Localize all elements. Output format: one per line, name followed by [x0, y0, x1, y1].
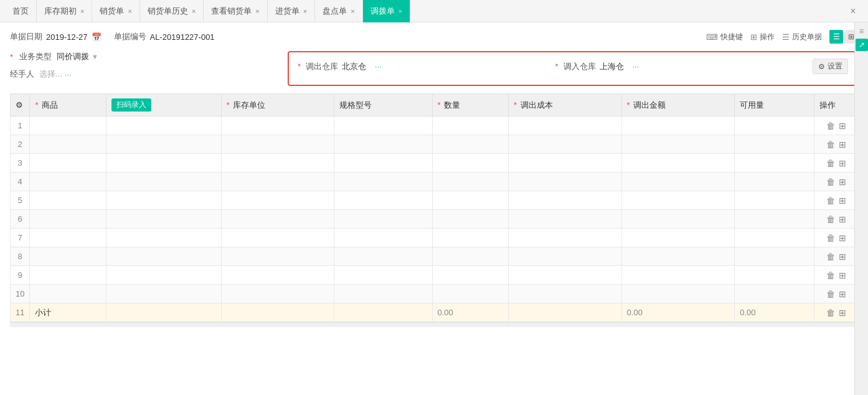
delete-row-icon[interactable]: 🗑 — [826, 214, 835, 224]
cell-spec-10[interactable] — [334, 285, 432, 303]
tab-inventory-check[interactable]: 盘点单 × — [315, 0, 362, 22]
side-export-icon[interactable]: ↗ — [856, 39, 868, 51]
tab-close-view-sales[interactable]: × — [255, 7, 259, 15]
shortcuts-button[interactable]: ⌨ 快捷键 — [706, 32, 743, 42]
cell-spec-6[interactable] — [334, 210, 432, 229]
tab-close-inventory-init[interactable]: × — [80, 7, 84, 15]
cell-amount-8[interactable] — [621, 247, 735, 266]
cell-cost-4[interactable] — [508, 173, 621, 191]
cell-qty-7[interactable] — [432, 229, 508, 247]
copy-row-icon[interactable]: ⊞ — [839, 140, 846, 150]
copy-row-icon[interactable]: ⊞ — [839, 308, 846, 318]
tab-sales-order[interactable]: 销货单 × — [92, 0, 139, 22]
cell-unit-9[interactable] — [221, 266, 334, 285]
cell-qty-1[interactable] — [432, 117, 508, 135]
history-button[interactable]: ☰ 历史单据 — [782, 32, 822, 42]
cell-qty-9[interactable] — [432, 266, 508, 285]
delete-row-icon[interactable]: 🗑 — [826, 196, 835, 206]
cell-product-9[interactable] — [30, 266, 106, 285]
cell-product-10[interactable] — [30, 285, 106, 303]
cell-spec-5[interactable] — [334, 191, 432, 210]
cell-amount-11[interactable]: 0.00 — [621, 303, 735, 322]
calendar-icon[interactable]: 📅 — [92, 32, 101, 42]
cell-product-7[interactable] — [30, 229, 106, 247]
tab-close-transfer-order[interactable]: × — [399, 7, 402, 15]
cell-amount-3[interactable] — [621, 154, 735, 173]
cell-qty-6[interactable] — [432, 210, 508, 229]
cell-cost-10[interactable] — [508, 285, 621, 303]
cell-qty-2[interactable] — [432, 135, 508, 154]
tab-sales-history[interactable]: 销货单历史 × — [140, 0, 204, 22]
cell-cost-2[interactable] — [508, 135, 621, 154]
cell-unit-7[interactable] — [221, 229, 334, 247]
handler-more-button[interactable]: ··· — [65, 70, 72, 79]
delete-row-icon[interactable]: 🗑 — [826, 289, 835, 299]
cell-amount-6[interactable] — [621, 210, 735, 229]
cell-product-8[interactable] — [30, 247, 106, 266]
cell-cost-9[interactable] — [508, 266, 621, 285]
delete-row-icon[interactable]: 🗑 — [826, 308, 835, 318]
cell-unit-11[interactable] — [221, 303, 334, 322]
cell-qty-3[interactable] — [432, 154, 508, 173]
tab-inventory-init[interactable]: 库存期初 × — [37, 0, 92, 22]
delete-row-icon[interactable]: 🗑 — [826, 233, 835, 243]
delete-row-icon[interactable]: 🗑 — [826, 252, 835, 262]
tab-close-inventory-check[interactable]: × — [351, 7, 354, 15]
cell-product-1[interactable] — [30, 117, 106, 135]
cell-amount-2[interactable] — [621, 135, 735, 154]
tab-purchase-order[interactable]: 进货单 × — [268, 0, 315, 22]
delete-row-icon[interactable]: 🗑 — [826, 270, 835, 280]
cell-cost-1[interactable] — [508, 117, 621, 135]
cell-cost-7[interactable] — [508, 229, 621, 247]
cell-spec-11[interactable] — [334, 303, 432, 322]
delete-row-icon[interactable]: 🗑 — [826, 140, 835, 150]
cell-spec-7[interactable] — [334, 229, 432, 247]
tab-close-sales-history[interactable]: × — [192, 7, 196, 15]
cell-product-6[interactable] — [30, 210, 106, 229]
cell-spec-2[interactable] — [334, 135, 432, 154]
cell-product-4[interactable] — [30, 173, 106, 191]
cell-amount-5[interactable] — [621, 191, 735, 210]
delete-row-icon[interactable]: 🗑 — [826, 121, 835, 131]
copy-row-icon[interactable]: ⊞ — [839, 214, 846, 224]
cell-spec-9[interactable] — [334, 266, 432, 285]
cell-spec-3[interactable] — [334, 154, 432, 173]
cell-cost-6[interactable] — [508, 210, 621, 229]
cell-unit-3[interactable] — [221, 154, 334, 173]
scan-input-button[interactable]: 扫码录入 — [111, 98, 151, 112]
operations-button[interactable]: ⊞ 操作 — [750, 32, 775, 42]
copy-row-icon[interactable]: ⊞ — [839, 233, 846, 243]
delete-row-icon[interactable]: 🗑 — [826, 158, 835, 168]
copy-row-icon[interactable]: ⊞ — [839, 158, 846, 168]
copy-row-icon[interactable]: ⊞ — [839, 289, 846, 299]
th-gear[interactable]: ⚙ — [11, 94, 30, 117]
list-layout-button[interactable]: ☰ — [829, 30, 843, 44]
cell-spec-8[interactable] — [334, 247, 432, 266]
cell-cost-11[interactable] — [508, 303, 621, 322]
cell-product-5[interactable] — [30, 191, 106, 210]
copy-row-icon[interactable]: ⊞ — [839, 270, 846, 280]
copy-row-icon[interactable]: ⊞ — [839, 177, 846, 187]
window-close-button[interactable]: × — [843, 1, 863, 21]
tab-home[interactable]: 首页 — [5, 0, 37, 22]
cell-amount-7[interactable] — [621, 229, 735, 247]
tab-transfer-order[interactable]: 调拨单 × — [363, 0, 410, 22]
horizontal-scrollbar[interactable] — [10, 322, 858, 327]
cell-qty-4[interactable] — [432, 173, 508, 191]
cell-unit-8[interactable] — [221, 247, 334, 266]
cell-unit-1[interactable] — [221, 117, 334, 135]
cell-qty-11[interactable]: 0.00 — [432, 303, 508, 322]
cell-spec-4[interactable] — [334, 173, 432, 191]
out-warehouse-more-button[interactable]: ··· — [375, 62, 382, 71]
cell-unit-4[interactable] — [221, 173, 334, 191]
settings-button[interactable]: ⚙ 设置 — [813, 59, 848, 74]
cell-amount-10[interactable] — [621, 285, 735, 303]
cell-amount-9[interactable] — [621, 266, 735, 285]
side-notes-icon[interactable]: ≡ — [856, 25, 868, 37]
cell-cost-5[interactable] — [508, 191, 621, 210]
cell-amount-1[interactable] — [621, 117, 735, 135]
cell-product-2[interactable] — [30, 135, 106, 154]
cell-qty-8[interactable] — [432, 247, 508, 266]
tab-view-sales[interactable]: 查看销货单 × — [204, 0, 267, 22]
cell-cost-3[interactable] — [508, 154, 621, 173]
